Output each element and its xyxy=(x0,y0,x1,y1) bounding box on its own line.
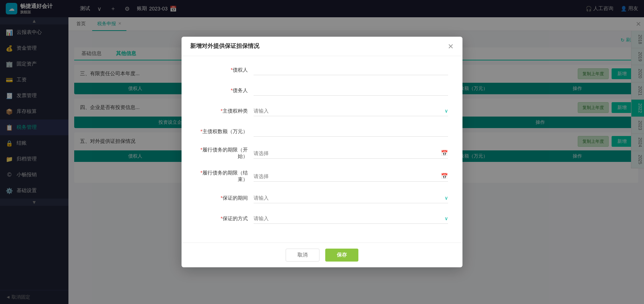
label-guarantee-period: *保证的期间 xyxy=(196,195,254,201)
label-claim-amount: *主债权数额（万元） xyxy=(196,128,254,135)
input-wrapper-claim-type: ∨ xyxy=(254,106,448,116)
input-debtor[interactable] xyxy=(254,85,448,95)
label-period-end: *履行债务的期限（结束） xyxy=(196,170,254,183)
modal-add-guarantee: 新增对外提供保证担保情况 ✕ *债权人 *债务人 xyxy=(182,37,462,267)
input-wrapper-guarantee-method: ∨ xyxy=(254,213,448,224)
calendar-end-icon[interactable]: 📅 xyxy=(441,173,448,180)
calendar-start-icon[interactable]: 📅 xyxy=(441,150,448,156)
label-guarantee-method: *保证的方式 xyxy=(196,215,254,222)
modal-close-btn[interactable]: ✕ xyxy=(448,43,454,50)
form-row-creditor: *债权人 xyxy=(196,65,448,75)
input-wrapper-claim-amount xyxy=(254,126,448,137)
form-row-guarantee-method: *保证的方式 ∨ xyxy=(196,213,448,224)
label-creditor: *债权人 xyxy=(196,67,254,73)
input-wrapper-period-end: 📅 xyxy=(254,171,448,182)
input-wrapper-guarantee-period: ∨ xyxy=(254,193,448,203)
input-creditor[interactable] xyxy=(254,65,448,75)
modal-title: 新增对外提供保证担保情况 xyxy=(190,42,259,50)
chevron-guarantee-period-icon: ∨ xyxy=(444,195,448,201)
form-row-guarantee-period: *保证的期间 ∨ xyxy=(196,193,448,203)
modal-body: *债权人 *债务人 *主债权种类 xyxy=(182,56,462,242)
input-guarantee-period[interactable] xyxy=(254,193,444,203)
modal-header: 新增对外提供保证担保情况 ✕ xyxy=(182,37,462,56)
input-wrapper-period-start: 📅 xyxy=(254,148,448,159)
chevron-guarantee-method-icon: ∨ xyxy=(444,215,448,221)
modal-overlay: 新增对外提供保证担保情况 ✕ *债权人 *债务人 xyxy=(0,0,644,304)
input-wrapper-debtor xyxy=(254,85,448,96)
label-claim-type: *主债权种类 xyxy=(196,108,254,114)
input-guarantee-method[interactable] xyxy=(254,213,444,223)
cancel-btn[interactable]: 取消 xyxy=(286,249,319,262)
save-btn[interactable]: 保存 xyxy=(325,249,358,262)
form-row-period-end: *履行债务的期限（结束） 📅 xyxy=(196,170,448,183)
label-period-start: *履行债务的期限（开始） xyxy=(196,147,254,160)
label-debtor: *债务人 xyxy=(196,87,254,94)
form-row-claim-type: *主债权种类 ∨ xyxy=(196,106,448,116)
input-claim-amount[interactable] xyxy=(254,126,448,136)
input-period-start[interactable] xyxy=(254,148,441,158)
chevron-claim-type-icon: ∨ xyxy=(444,108,448,114)
input-period-end[interactable] xyxy=(254,171,441,181)
input-wrapper-creditor xyxy=(254,65,448,75)
form-row-claim-amount: *主债权数额（万元） xyxy=(196,126,448,137)
modal-footer: 取消 保存 xyxy=(182,242,462,267)
input-claim-type[interactable] xyxy=(254,106,444,116)
form-row-debtor: *债务人 xyxy=(196,85,448,96)
form-row-period-start: *履行债务的期限（开始） 📅 xyxy=(196,147,448,160)
